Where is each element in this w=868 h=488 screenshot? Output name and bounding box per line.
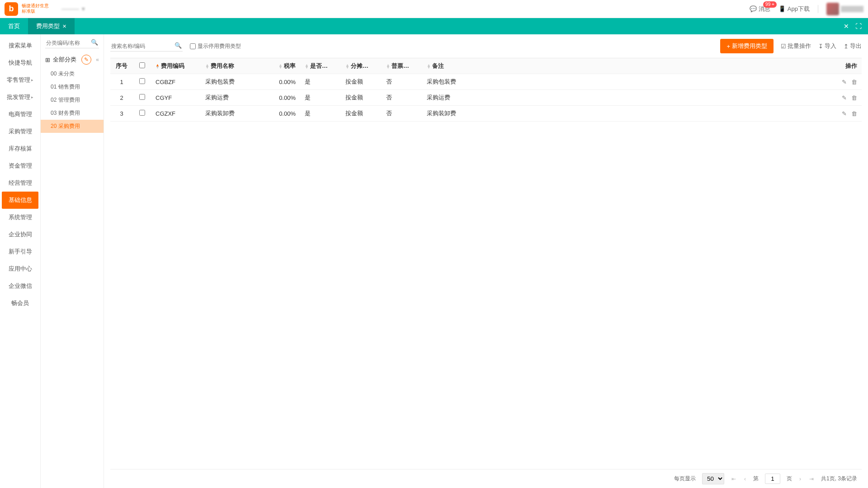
edit-icon[interactable]: ✎ bbox=[842, 110, 847, 117]
collapse-icon[interactable]: « bbox=[96, 56, 99, 63]
sidebar-item-label: 畅会员 bbox=[11, 299, 29, 307]
edit-icon[interactable]: ✎ bbox=[842, 79, 847, 85]
pencil-icon: ✎ bbox=[84, 56, 89, 63]
delete-icon[interactable]: 🗑 bbox=[851, 110, 857, 117]
delete-icon[interactable]: 🗑 bbox=[851, 79, 857, 85]
export-button[interactable]: ↥ 导出 bbox=[844, 42, 862, 50]
tab-bar-actions: ✕ ⛶ bbox=[844, 23, 868, 30]
sidebar-item-label: 资金管理 bbox=[9, 162, 32, 170]
category-item-3[interactable]: 03 财务费用 bbox=[41, 107, 104, 120]
col-share[interactable]: ▲▼分摊… bbox=[341, 58, 382, 74]
cell-idx: 1 bbox=[110, 74, 133, 90]
tab-home[interactable]: 首页 bbox=[0, 18, 28, 34]
page-suffix: 页 bbox=[787, 475, 792, 483]
category-all[interactable]: ⊞ 全部分类 bbox=[45, 56, 76, 64]
col-index[interactable]: 序号 bbox=[110, 58, 133, 74]
sidebar-item-label: 基础信息 bbox=[9, 196, 32, 204]
close-icon[interactable]: ✕ bbox=[62, 23, 66, 29]
tab-expense-type[interactable]: 费用类型 ✕ bbox=[28, 18, 75, 34]
mobile-icon: 📱 bbox=[778, 5, 786, 12]
page-input[interactable] bbox=[765, 474, 780, 484]
category-list: 00 未分类01 销售费用02 管理费用03 财务费用20 采购费用 bbox=[41, 67, 104, 133]
fullscreen-icon[interactable]: ⛶ bbox=[855, 23, 862, 30]
sidebar-item-label: 快捷导航 bbox=[9, 59, 32, 67]
row-checkbox[interactable] bbox=[139, 110, 145, 116]
sidebar-item-9[interactable]: 基础信息 bbox=[2, 192, 38, 209]
cell-share: 按金额 bbox=[341, 74, 382, 90]
col-name[interactable]: ▲▼费用名称 bbox=[201, 58, 264, 74]
app-download-label: App下载 bbox=[788, 5, 810, 13]
sidebar-item-1[interactable]: 快捷导航 bbox=[0, 54, 40, 71]
org-selector[interactable]: ——— ▾ bbox=[61, 5, 85, 12]
sidebar-item-14[interactable]: 企业微信 bbox=[0, 277, 40, 295]
table-wrap: 序号 ▲▼费用编码 ▲▼费用名称 ▲▼税率 ▲▼是否… ▲▼分摊… ▲▼普票… … bbox=[110, 58, 862, 469]
category-all-label: 全部分类 bbox=[53, 56, 76, 64]
search-icon[interactable]: 🔍 bbox=[175, 42, 182, 49]
user-menu[interactable] bbox=[826, 3, 863, 15]
col-rate[interactable]: ▲▼税率 bbox=[264, 58, 300, 74]
add-button-label: 新增费用类型 bbox=[732, 42, 767, 50]
prev-page-icon[interactable]: ‹ bbox=[743, 476, 747, 482]
sidebar-item-4[interactable]: 电商管理 bbox=[0, 106, 40, 123]
row-checkbox[interactable] bbox=[139, 94, 145, 100]
toolbar-left: 🔍 显示停用费用类型 bbox=[110, 41, 241, 52]
batch-button[interactable]: ☑ 批量操作 bbox=[781, 42, 811, 50]
sidebar-item-15[interactable]: 畅会员 bbox=[0, 295, 40, 312]
per-page-select[interactable]: 50 bbox=[702, 473, 724, 484]
sidebar-item-7[interactable]: 资金管理 bbox=[0, 157, 40, 174]
sidebar-item-label: 新手引导 bbox=[9, 248, 32, 256]
app-download-button[interactable]: 📱 App下载 bbox=[778, 5, 810, 13]
category-item-1[interactable]: 01 销售费用 bbox=[41, 80, 104, 94]
category-item-0[interactable]: 00 未分类 bbox=[41, 67, 104, 80]
import-button[interactable]: ↧ 导入 bbox=[818, 42, 836, 50]
col-remark[interactable]: ▲▼备注 bbox=[422, 58, 826, 74]
sidebar-item-13[interactable]: 应用中心 bbox=[0, 260, 40, 277]
cell-idx: 2 bbox=[110, 90, 133, 106]
close-all-icon[interactable]: ✕ bbox=[844, 23, 849, 30]
sidebar-item-2[interactable]: 零售管理▸ bbox=[0, 71, 40, 89]
sidebar-item-label: 经营管理 bbox=[9, 179, 32, 187]
last-page-icon[interactable]: ⇥ bbox=[808, 476, 815, 482]
search-input[interactable] bbox=[110, 41, 183, 52]
table-row: 3CGZXF采购装卸费0.00%是按金额否采购装卸费✎🗑 bbox=[110, 106, 862, 122]
sidebar-item-label: 企业协同 bbox=[9, 230, 32, 239]
plus-icon: + bbox=[726, 43, 730, 50]
show-disabled-input[interactable] bbox=[190, 43, 196, 49]
messages-button[interactable]: 💬 消息 99 + bbox=[750, 5, 770, 13]
logo-text-block: 畅捷通好生意 标准版 bbox=[22, 3, 49, 14]
tab-expense-type-label: 费用类型 bbox=[36, 22, 60, 30]
add-button[interactable]: + 新增费用类型 bbox=[720, 39, 774, 53]
col-ticket[interactable]: ▲▼普票… bbox=[382, 58, 422, 74]
col-select-all[interactable] bbox=[133, 58, 151, 74]
first-page-icon[interactable]: ⇤ bbox=[731, 476, 737, 482]
category-item-2[interactable]: 02 管理费用 bbox=[41, 94, 104, 107]
sidebar-item-6[interactable]: 库存核算 bbox=[0, 140, 40, 157]
table-row: 2CGYF采购运费0.00%是按金额否采购运费✎🗑 bbox=[110, 90, 862, 106]
category-item-4[interactable]: 20 采购费用 bbox=[41, 120, 104, 133]
col-isx[interactable]: ▲▼是否… bbox=[300, 58, 341, 74]
chevron-right-icon: ▸ bbox=[31, 95, 33, 99]
top-right: 💬 消息 99 + 📱 App下载 bbox=[750, 3, 863, 15]
next-page-icon[interactable]: › bbox=[798, 476, 802, 482]
show-disabled-checkbox[interactable]: 显示停用费用类型 bbox=[190, 42, 241, 50]
sidebar-item-5[interactable]: 采购管理 bbox=[0, 123, 40, 140]
col-code[interactable]: ▲▼费用编码 bbox=[151, 58, 201, 74]
sidebar-item-0[interactable]: 搜索菜单 bbox=[0, 37, 40, 54]
edit-category-button[interactable]: ✎ bbox=[81, 55, 91, 65]
cell-name: 采购包装费 bbox=[201, 74, 264, 90]
edit-icon[interactable]: ✎ bbox=[842, 94, 847, 101]
sidebar-item-3[interactable]: 批发管理▸ bbox=[0, 89, 40, 106]
cell-remark: 采购包装费 bbox=[422, 74, 826, 90]
cell-ticket: 否 bbox=[382, 106, 422, 122]
sidebar-item-11[interactable]: 企业协同 bbox=[0, 226, 40, 243]
search-icon[interactable]: 🔍 bbox=[91, 39, 98, 46]
sidebar-item-12[interactable]: 新手引导 bbox=[0, 243, 40, 260]
row-checkbox[interactable] bbox=[139, 78, 145, 84]
sidebar-item-10[interactable]: 系统管理 bbox=[0, 209, 40, 226]
cell-rate: 0.00% bbox=[264, 74, 300, 90]
delete-icon[interactable]: 🗑 bbox=[851, 94, 857, 101]
select-all-checkbox[interactable] bbox=[139, 62, 145, 68]
tab-bar: 首页 费用类型 ✕ ✕ ⛶ bbox=[0, 18, 868, 34]
sidebar-item-8[interactable]: 经营管理 bbox=[0, 174, 40, 192]
top-left: b 畅捷通好生意 标准版 ——— ▾ bbox=[5, 2, 85, 16]
